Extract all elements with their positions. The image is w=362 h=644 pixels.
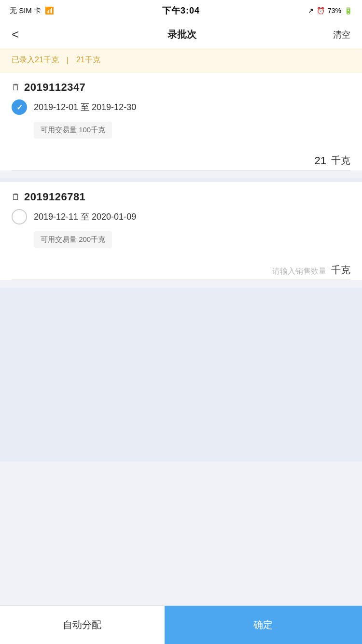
batch-1-radio[interactable] <box>12 99 27 115</box>
batch-1-qty-input[interactable] <box>268 154 326 167</box>
batch-1-underline <box>12 170 350 170</box>
batch-1-available-tag: 可用交易量 100千克 <box>12 122 350 139</box>
summary-divider: | <box>67 56 69 65</box>
batch-1-header: 🗒 2019112347 <box>12 81 350 94</box>
status-time: 下午3:04 <box>162 5 200 16</box>
auto-distribute-button[interactable]: 自动分配 <box>0 606 165 644</box>
batch-1-card: 🗒 2019112347 2019-12-01 至 2019-12-30 可用交… <box>0 72 362 170</box>
batch-1-row: 2019-12-01 至 2019-12-30 <box>12 99 350 115</box>
recorded-label: 已录入21千克 <box>12 55 59 65</box>
batch-2-date-range: 2019-12-11 至 2020-01-09 <box>34 211 136 223</box>
status-left: 无 SIM 卡 📶 <box>10 6 54 15</box>
clear-button[interactable]: 清空 <box>333 29 350 41</box>
batch-1-unit: 千克 <box>331 154 350 167</box>
batch-2-card: 🗒 2019126781 2019-12-11 至 2020-01-09 可用交… <box>0 182 362 280</box>
batch-2-underline <box>12 280 350 280</box>
batch-2-available-tag: 可用交易量 200千克 <box>12 231 350 248</box>
location-icon: ↗ <box>308 7 314 14</box>
recorded-value: 21千克 <box>76 55 100 65</box>
wifi-icon: 📶 <box>45 6 54 15</box>
batch-1-icon: 🗒 <box>12 83 20 93</box>
summary-bar: 已录入21千克 | 21千克 <box>0 48 362 72</box>
bottom-area <box>0 288 362 462</box>
batch-2-icon: 🗒 <box>12 192 20 202</box>
batch-2-available: 可用交易量 200千克 <box>34 231 112 248</box>
batch-1-input-row: 千克 <box>0 148 362 167</box>
confirm-button[interactable]: 确定 <box>165 606 362 644</box>
back-button[interactable]: < <box>12 27 31 42</box>
status-bar: 无 SIM 卡 📶 下午3:04 ↗ ⏰ 73% 🔋 <box>0 0 362 21</box>
batch-1-available: 可用交易量 100千克 <box>34 122 112 139</box>
batch-2-radio[interactable] <box>12 209 27 224</box>
batch-1-date-range: 2019-12-01 至 2019-12-30 <box>34 101 136 113</box>
batch-2-number: 2019126781 <box>24 191 85 203</box>
battery-label: 73% <box>328 7 341 14</box>
battery-icon: 🔋 <box>344 7 352 14</box>
footer: 自动分配 确定 <box>0 605 362 644</box>
batch-2-input-row: 千克 <box>0 258 362 277</box>
batch-2-row: 2019-12-11 至 2020-01-09 <box>12 209 350 224</box>
status-right: ↗ ⏰ 73% 🔋 <box>308 7 352 14</box>
batch-1-number: 2019112347 <box>24 81 85 94</box>
batch-2-unit: 千克 <box>331 264 350 277</box>
nav-bar: < 录批次 清空 <box>0 21 362 48</box>
alarm-icon: ⏰ <box>317 7 325 14</box>
batch-2-header: 🗒 2019126781 <box>12 191 350 203</box>
page-title: 录批次 <box>167 28 196 41</box>
carrier-label: 无 SIM 卡 <box>10 6 41 15</box>
batch-2-qty-input[interactable] <box>268 264 326 277</box>
section-divider <box>0 178 362 182</box>
